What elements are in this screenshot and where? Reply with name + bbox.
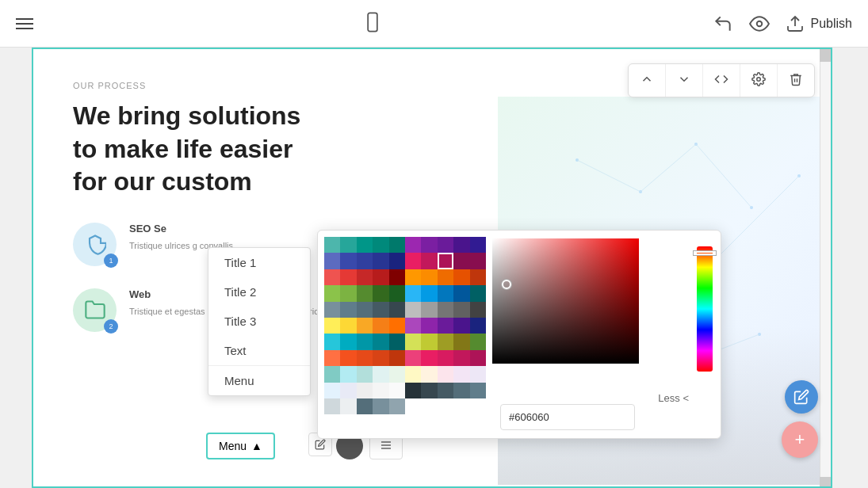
context-menu-item-menu[interactable]: Menu [208,366,310,395]
color-swatch[interactable] [389,285,405,301]
move-up-button[interactable] [629,64,666,97]
delete-button[interactable] [778,64,814,97]
color-swatch[interactable] [373,253,388,269]
color-swatch[interactable] [405,253,421,269]
color-swatch[interactable] [324,237,340,253]
color-swatch[interactable] [470,269,486,285]
color-swatch[interactable] [340,237,356,253]
code-button[interactable] [703,64,740,97]
color-swatch[interactable] [405,366,421,382]
context-menu-item-title3[interactable]: Title 3 [208,307,310,336]
rainbow-strip[interactable] [697,246,713,372]
color-swatch[interactable] [453,302,469,318]
color-swatch[interactable] [453,366,469,382]
color-swatch[interactable] [421,253,437,269]
color-swatch[interactable] [421,350,437,366]
color-swatch[interactable] [373,366,388,382]
color-swatch[interactable] [373,350,388,366]
color-swatch[interactable] [438,285,453,301]
color-swatch[interactable] [340,285,356,301]
hex-input[interactable] [500,404,635,430]
color-swatch[interactable] [405,334,421,349]
mobile-preview-icon[interactable] [361,11,384,36]
color-swatch[interactable] [389,237,405,253]
back-icon[interactable] [713,13,733,34]
color-swatch[interactable] [405,237,421,253]
color-swatch[interactable] [470,318,486,334]
color-swatch[interactable] [340,350,356,366]
context-menu-item-text[interactable]: Text [208,336,310,366]
color-swatch[interactable] [357,285,373,301]
color-swatch[interactable] [470,253,486,269]
color-swatch[interactable] [373,269,388,285]
color-swatch[interactable] [373,318,388,334]
scrollbar[interactable] [820,49,831,488]
color-swatch[interactable] [357,350,373,366]
color-swatch[interactable] [389,350,405,366]
color-swatch[interactable] [340,318,356,334]
context-menu-item-title2[interactable]: Title 2 [208,277,310,307]
color-swatch[interactable] [438,366,453,382]
publish-button[interactable]: Publish [786,14,852,33]
color-swatch[interactable] [389,269,405,285]
color-swatch[interactable] [421,334,437,349]
color-swatch[interactable] [357,269,373,285]
color-swatch[interactable] [373,334,388,349]
color-swatch[interactable] [405,318,421,334]
gradient-main-area[interactable] [492,238,639,364]
color-swatch[interactable] [421,318,437,334]
menu-icon[interactable] [16,18,33,29]
color-swatch[interactable] [438,318,453,334]
color-swatch[interactable] [324,318,340,334]
color-swatch[interactable] [324,366,340,382]
color-swatch[interactable] [373,302,388,318]
rainbow-cursor[interactable] [694,251,716,255]
color-swatch[interactable] [357,237,373,253]
color-swatch[interactable] [357,302,373,318]
color-swatch[interactable] [438,269,453,285]
preview-icon[interactable] [749,13,770,34]
color-swatch[interactable] [389,318,405,334]
color-swatch[interactable] [470,237,486,253]
settings-button[interactable] [740,64,778,97]
color-swatch[interactable] [405,302,421,318]
color-swatch[interactable] [421,366,437,382]
color-swatch[interactable] [389,334,405,349]
color-swatch[interactable] [421,237,437,253]
color-swatch[interactable] [357,253,373,269]
color-swatch[interactable] [438,302,453,318]
color-swatch[interactable] [453,350,469,366]
color-swatch[interactable] [438,350,453,366]
color-swatch[interactable] [324,269,340,285]
context-menu-item-title1[interactable]: Title 1 [208,248,310,277]
color-swatch[interactable] [405,285,421,301]
color-swatch[interactable] [357,366,373,382]
color-swatch[interactable] [421,302,437,318]
color-swatch[interactable] [389,366,405,382]
menu-dropdown-button[interactable]: Menu ▲ [206,433,275,459]
color-swatch[interactable] [405,269,421,285]
color-swatch[interactable] [373,285,388,301]
color-swatch[interactable] [453,269,469,285]
color-swatch[interactable] [324,302,340,318]
color-swatch[interactable] [405,350,421,366]
color-swatch[interactable] [470,302,486,318]
color-swatch[interactable] [324,334,340,349]
color-swatch[interactable] [324,285,340,301]
color-swatch[interactable] [324,253,340,269]
color-swatch[interactable] [340,334,356,349]
color-swatch[interactable] [421,269,437,285]
color-swatch[interactable] [453,285,469,301]
color-swatch[interactable] [389,253,405,269]
gradient-cursor[interactable] [502,280,511,289]
color-swatch[interactable] [438,334,453,349]
color-swatch[interactable] [453,318,469,334]
color-swatch[interactable] [438,237,453,253]
color-swatch[interactable] [453,334,469,349]
color-swatch[interactable] [357,334,373,349]
color-swatch[interactable] [340,269,356,285]
color-swatch[interactable] [340,253,356,269]
color-swatch[interactable] [324,350,340,366]
color-swatch[interactable] [438,253,453,269]
color-swatch[interactable] [340,366,356,382]
